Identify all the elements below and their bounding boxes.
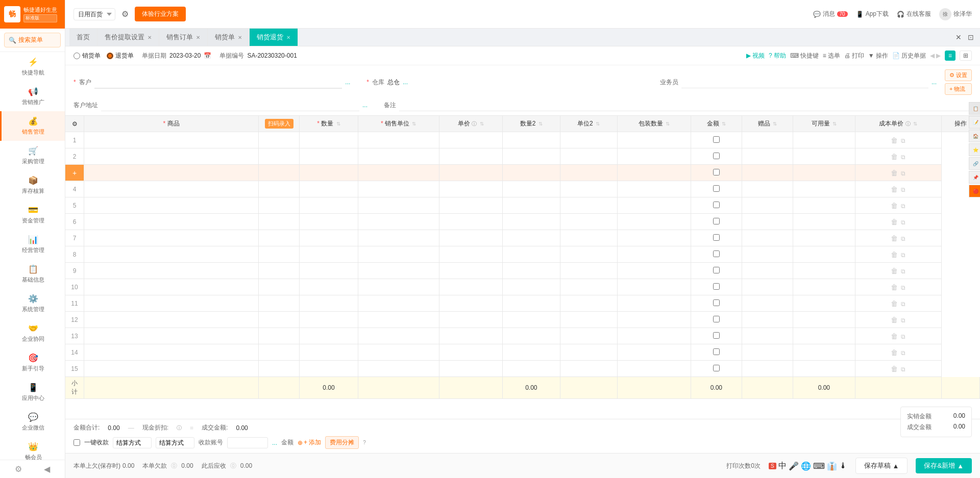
- gift-checkbox[interactable]: [713, 136, 720, 143]
- gift-checkbox[interactable]: [713, 250, 720, 257]
- quantity-sort-icon[interactable]: ⇅: [336, 121, 340, 127]
- tab-price-extract[interactable]: 售价提取设置 ✕: [97, 29, 159, 46]
- price-sort-icon[interactable]: ⇅: [480, 121, 484, 127]
- message-button[interactable]: 💬 消息 70: [813, 10, 848, 18]
- product-cell[interactable]: [84, 312, 259, 328]
- copy-row-icon[interactable]: ⧉: [901, 349, 905, 357]
- outer-right-btn-5[interactable]: 🔗: [969, 157, 980, 170]
- product-cell[interactable]: [84, 148, 259, 165]
- gift-cell[interactable]: [691, 328, 742, 344]
- th-scan[interactable]: 扫码录入: [259, 116, 300, 132]
- shortcut-btn[interactable]: ⌨ 快捷键: [790, 52, 819, 60]
- tab-sales-delivery[interactable]: 销货单 ✕: [208, 29, 250, 46]
- copy-row-icon[interactable]: ⧉: [901, 317, 905, 324]
- account-input[interactable]: [227, 437, 268, 448]
- gift-checkbox[interactable]: [713, 267, 720, 273]
- save-new-button[interactable]: 保存&新增 ▲: [916, 458, 972, 473]
- tab-sales-order-close[interactable]: ✕: [196, 35, 200, 40]
- delete-row-icon[interactable]: 🗑: [891, 250, 898, 259]
- address-dots[interactable]: ...: [362, 102, 368, 109]
- delete-row-icon[interactable]: 🗑: [891, 234, 898, 242]
- delete-row-icon[interactable]: 🗑: [891, 332, 898, 340]
- sidebar-item-guide[interactable]: 🎯 新手引导: [0, 348, 65, 378]
- industry-selector[interactable]: 日用百货: [74, 8, 115, 20]
- product-cell[interactable]: [84, 132, 259, 148]
- costprice-sort-icon[interactable]: ⇅: [913, 121, 917, 127]
- sidebar-item-finance[interactable]: 💳 资金管理: [0, 200, 65, 230]
- gift-cell[interactable]: [691, 263, 742, 279]
- sidebar-item-sales[interactable]: 💰 销售管理: [0, 111, 65, 141]
- copy-row-icon[interactable]: ⧉: [901, 300, 905, 308]
- copy-row-icon[interactable]: ⧉: [901, 137, 905, 144]
- gift-cell[interactable]: [691, 181, 742, 197]
- gift-checkbox[interactable]: [713, 234, 720, 241]
- gift-checkbox[interactable]: [713, 153, 720, 159]
- product-cell[interactable]: [84, 328, 259, 344]
- topbar-gear-icon[interactable]: ⚙: [121, 9, 129, 19]
- product-cell[interactable]: [84, 279, 259, 295]
- sidebar-item-wechat[interactable]: 💬 企业微信: [0, 407, 65, 437]
- gift-sort-icon[interactable]: ⇅: [773, 121, 777, 127]
- online-service-button[interactable]: 🎧 在线客服: [897, 10, 931, 18]
- copy-row-icon[interactable]: ⧉: [901, 154, 905, 161]
- operate-btn[interactable]: ▼ 操作: [868, 52, 888, 60]
- copy-row-icon[interactable]: ⧉: [901, 170, 905, 177]
- copy-row-icon[interactable]: ⧉: [901, 186, 905, 193]
- delete-row-icon[interactable]: 🗑: [891, 365, 898, 373]
- delete-row-icon[interactable]: 🗑: [891, 202, 898, 210]
- gift-cell[interactable]: [691, 148, 742, 165]
- gift-checkbox[interactable]: [713, 283, 720, 290]
- warehouse-dots[interactable]: ...: [403, 79, 408, 86]
- qty2-sort-icon[interactable]: ⇅: [538, 121, 543, 127]
- help-btn[interactable]: ? 帮助: [769, 52, 786, 60]
- delete-row-icon[interactable]: 🗑: [891, 267, 898, 275]
- calc-method-select[interactable]: 结算方式: [113, 437, 152, 448]
- gift-cell[interactable]: [691, 230, 742, 246]
- radio-sales-delivery[interactable]: 销货单: [74, 52, 101, 60]
- split-info-icon[interactable]: ?: [363, 440, 366, 445]
- add-payment-btn[interactable]: ⊕ + 添加: [298, 438, 321, 447]
- gift-cell[interactable]: [691, 295, 742, 312]
- outer-right-btn-6[interactable]: 📌: [969, 171, 980, 184]
- tab-price-extract-close[interactable]: ✕: [148, 35, 152, 40]
- salesperson-dots[interactable]: ...: [932, 79, 937, 86]
- product-cell[interactable]: [84, 263, 259, 279]
- available-sort-icon[interactable]: ⇅: [832, 121, 837, 127]
- payment-method-select[interactable]: 结算方式: [156, 437, 194, 448]
- delete-row-icon[interactable]: 🗑: [891, 316, 898, 324]
- delete-row-icon[interactable]: 🗑: [891, 153, 898, 161]
- unit2-sort-icon[interactable]: ⇅: [596, 121, 600, 127]
- tab-home[interactable]: 首页: [69, 29, 97, 46]
- gift-checkbox[interactable]: [713, 348, 720, 355]
- outer-right-btn-2[interactable]: 📝: [969, 116, 980, 129]
- app-download-button[interactable]: 📱 App下载: [856, 10, 889, 18]
- th-gear[interactable]: ⚙: [65, 116, 84, 132]
- remark-input[interactable]: [399, 99, 972, 111]
- delete-row-icon[interactable]: 🗑: [891, 283, 898, 291]
- product-cell[interactable]: [84, 181, 259, 197]
- product-cell[interactable]: [84, 197, 259, 214]
- amount-sort-icon[interactable]: ⇅: [722, 121, 726, 127]
- tab-sales-return[interactable]: 销货退货 ✕: [250, 29, 298, 46]
- sidebar-item-enterprise[interactable]: 🤝 企业协同: [0, 318, 65, 348]
- product-cell[interactable]: [84, 361, 259, 377]
- video-btn[interactable]: ▶ 视频: [746, 52, 765, 60]
- gift-cell[interactable]: [691, 132, 742, 148]
- sidebar-item-member[interactable]: 👑 畅会员: [0, 437, 65, 460]
- product-input[interactable]: [88, 169, 254, 177]
- unit-sort-icon[interactable]: ⇅: [412, 121, 416, 127]
- sidebar-item-marketing[interactable]: 📢 营销推广: [0, 82, 65, 111]
- gift-checkbox[interactable]: [713, 316, 720, 322]
- copy-row-icon[interactable]: ⧉: [901, 251, 905, 259]
- view-grid-btn[interactable]: ⊞: [960, 51, 972, 61]
- status-icon-4[interactable]: ⌨: [813, 461, 825, 471]
- gift-checkbox[interactable]: [713, 365, 720, 371]
- radio-sales-return[interactable]: 退货单: [107, 52, 134, 60]
- sidebar-collapse-btn[interactable]: ◀: [44, 464, 50, 474]
- one-click-payment-checkbox[interactable]: [74, 439, 80, 446]
- sidebar-item-system[interactable]: ⚙️ 系统管理: [0, 289, 65, 318]
- close-tab-btn[interactable]: ✕: [953, 31, 964, 43]
- gift-cell[interactable]: [691, 197, 742, 214]
- gift-checkbox[interactable]: [713, 169, 720, 175]
- calendar-icon[interactable]: 📅: [204, 52, 211, 59]
